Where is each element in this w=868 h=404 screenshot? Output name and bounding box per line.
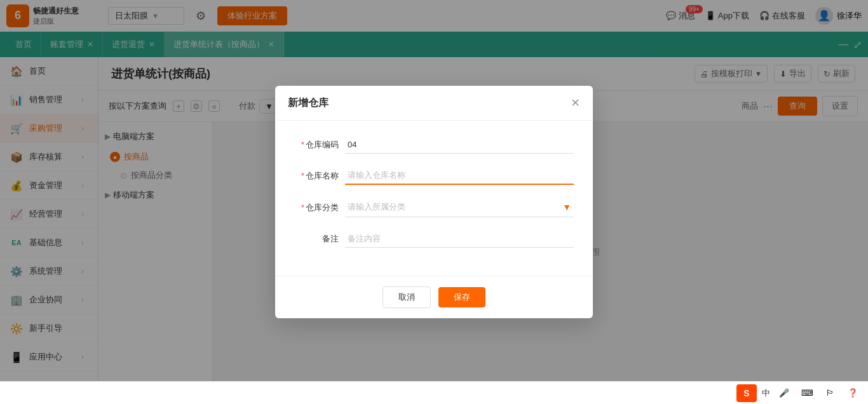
new-warehouse-dialog: 新增仓库 ✕ 仓库编码 仓库名称 仓库分类 请输入所属分类 ▼ [275, 86, 593, 318]
form-row-category: 仓库分类 请输入所属分类 ▼ [294, 198, 574, 217]
form-row-code: 仓库编码 [294, 136, 574, 154]
keyboard-icon[interactable]: ⌨ [798, 384, 816, 402]
remark-input[interactable] [345, 230, 574, 248]
dialog-header: 新增仓库 ✕ [275, 86, 593, 121]
mic-icon[interactable]: 🎤 [775, 384, 793, 402]
save-button[interactable]: 保存 [438, 287, 485, 307]
code-input[interactable] [345, 136, 574, 154]
name-input[interactable] [345, 166, 574, 185]
form-row-name: 仓库名称 [294, 166, 574, 185]
bottom-logo: S [736, 384, 757, 402]
dialog-body: 仓库编码 仓库名称 仓库分类 请输入所属分类 ▼ 备注 [275, 121, 593, 276]
form-row-remark: 备注 [294, 230, 574, 248]
category-placeholder: 请输入所属分类 [348, 201, 405, 213]
dialog-close-button[interactable]: ✕ [571, 96, 580, 110]
category-label: 仓库分类 [294, 202, 339, 213]
code-label: 仓库编码 [294, 139, 339, 151]
dialog-title: 新增仓库 [288, 97, 329, 110]
remark-label: 备注 [294, 233, 339, 245]
ime-label[interactable]: 中 [762, 387, 770, 399]
dialog-footer: 取消 保存 [275, 276, 593, 318]
bottom-bar: S 中 🎤 ⌨ 🏳 ❓ [0, 381, 868, 404]
category-select[interactable]: 请输入所属分类 ▼ [345, 198, 574, 217]
category-chevron-icon: ▼ [562, 202, 571, 212]
name-label: 仓库名称 [294, 170, 339, 182]
cancel-button[interactable]: 取消 [383, 286, 431, 308]
flag-icon[interactable]: 🏳 [821, 384, 839, 402]
dialog-overlay: 新增仓库 ✕ 仓库编码 仓库名称 仓库分类 请输入所属分类 ▼ [0, 0, 868, 404]
help-icon[interactable]: ❓ [844, 384, 862, 402]
